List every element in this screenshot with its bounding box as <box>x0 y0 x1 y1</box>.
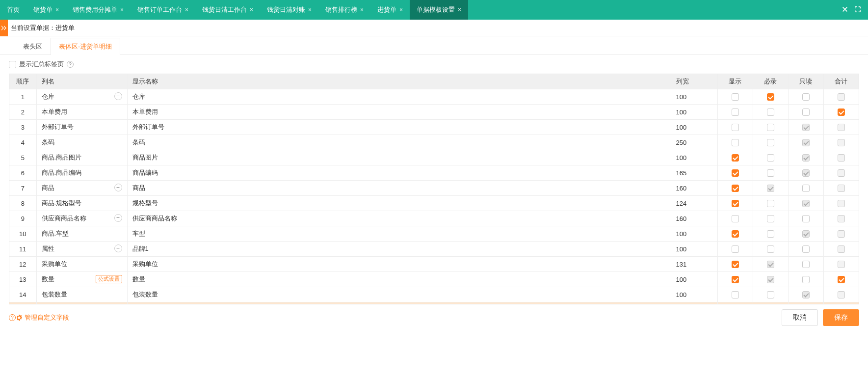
cell-display-name[interactable]: 条码 <box>127 135 671 150</box>
table-row[interactable]: 2本单费用本单费用100 <box>9 105 859 120</box>
show-checkbox[interactable] <box>732 291 739 298</box>
help-icon[interactable]: ? <box>67 61 74 68</box>
cell-display-name[interactable]: 包装数量 <box>127 287 671 302</box>
cell-display-name[interactable]: 品牌1 <box>127 242 671 257</box>
close-icon[interactable]: × <box>399 6 403 13</box>
cell-width[interactable]: 100 <box>671 105 717 120</box>
req-checkbox[interactable] <box>767 230 774 238</box>
table-row[interactable]: 1仓库+仓库100 <box>9 89 859 105</box>
table-row[interactable]: 6商品.商品编码商品编码165 <box>9 165 859 181</box>
ro-checkbox[interactable] <box>802 185 810 192</box>
close-icon[interactable]: × <box>250 6 253 13</box>
cell-display-name[interactable]: 商品图片 <box>127 150 671 165</box>
cell-display-name[interactable]: 仓库 <box>127 89 671 105</box>
ro-checkbox[interactable] <box>802 245 810 253</box>
top-tab[interactable]: 销售排行榜× <box>318 0 370 20</box>
close-icon[interactable]: × <box>308 6 312 13</box>
cell-width[interactable]: 160 <box>671 211 717 226</box>
req-checkbox[interactable] <box>767 93 774 101</box>
req-checkbox[interactable] <box>767 215 774 222</box>
close-icon[interactable]: × <box>458 6 461 13</box>
close-all-icon[interactable] <box>842 6 848 14</box>
sum-checkbox[interactable] <box>838 276 845 283</box>
table-row[interactable]: 5商品.商品图片商品图片100 <box>9 150 859 165</box>
cell-width[interactable]: 100 <box>671 302 717 305</box>
add-icon[interactable]: + <box>114 214 122 222</box>
table-row[interactable]: 11属性+品牌1100 <box>9 242 859 257</box>
cell-width[interactable]: 131 <box>671 257 717 272</box>
req-checkbox[interactable] <box>767 200 774 207</box>
sub-tab[interactable]: 表头区 <box>15 38 51 55</box>
table-row[interactable]: 4条码条码250 <box>9 135 859 150</box>
ro-checkbox[interactable] <box>802 108 810 116</box>
ro-checkbox[interactable] <box>802 276 810 283</box>
table-row[interactable]: 3外部订单号外部订单号100 <box>9 120 859 135</box>
cell-display-name[interactable]: 本单费用 <box>127 105 671 120</box>
cell-width[interactable]: 160 <box>671 181 717 196</box>
table-row[interactable]: 9供应商商品名称+供应商商品名称160 <box>9 211 859 226</box>
add-icon[interactable]: + <box>114 92 122 100</box>
top-tab[interactable]: 销售订单工作台× <box>131 0 195 20</box>
save-button[interactable]: 保存 <box>823 309 859 326</box>
close-icon[interactable]: × <box>55 6 59 13</box>
show-checkbox[interactable] <box>732 200 739 207</box>
table-row[interactable]: 13数量公式设置数量100 <box>9 272 859 287</box>
help-icon[interactable]: ? <box>9 314 16 321</box>
cell-width[interactable]: 100 <box>671 242 717 257</box>
top-tab[interactable]: 单据模板设置× <box>410 0 468 20</box>
cell-display-name[interactable]: 数量 <box>127 272 671 287</box>
ro-checkbox[interactable] <box>802 215 810 222</box>
show-checkbox[interactable] <box>732 245 739 253</box>
show-checkbox[interactable] <box>732 185 739 192</box>
cell-display-name[interactable]: 采购单位 <box>127 257 671 272</box>
cell-width[interactable]: 165 <box>671 165 717 181</box>
close-icon[interactable]: × <box>360 6 364 13</box>
req-checkbox[interactable] <box>767 124 774 131</box>
collapse-icon[interactable] <box>0 20 8 36</box>
top-tab[interactable]: 销售费用分摊单× <box>66 0 131 20</box>
req-checkbox[interactable] <box>767 108 774 116</box>
table-row[interactable]: 8商品.规格型号规格型号124 <box>9 196 859 211</box>
show-checkbox[interactable] <box>732 230 739 238</box>
close-icon[interactable]: × <box>120 6 124 13</box>
top-tab[interactable]: 首页 <box>0 0 26 20</box>
summary-tab-checkbox[interactable] <box>9 61 16 68</box>
ro-checkbox[interactable] <box>802 261 810 268</box>
cancel-button[interactable]: 取消 <box>782 309 818 326</box>
cell-width[interactable]: 100 <box>671 89 717 105</box>
cell-width[interactable]: 100 <box>671 150 717 165</box>
show-checkbox[interactable] <box>732 93 739 101</box>
cell-width[interactable]: 100 <box>671 120 717 135</box>
ro-checkbox[interactable] <box>802 93 810 101</box>
show-checkbox[interactable] <box>732 261 739 268</box>
req-checkbox[interactable] <box>767 139 774 146</box>
cell-width[interactable]: 124 <box>671 196 717 211</box>
req-checkbox[interactable] <box>767 291 774 298</box>
table-row[interactable]: 10商品.车型车型100 <box>9 226 859 242</box>
cell-width[interactable]: 250 <box>671 135 717 150</box>
show-checkbox[interactable] <box>732 276 739 283</box>
sum-checkbox[interactable] <box>838 108 845 116</box>
fullscreen-icon[interactable] <box>854 6 861 14</box>
cell-display-name[interactable]: 规格型号 <box>127 196 671 211</box>
cell-display-name[interactable]: 单位2 <box>127 302 671 305</box>
top-tab[interactable]: 进货单× <box>370 0 410 20</box>
close-icon[interactable]: × <box>185 6 188 13</box>
add-icon[interactable]: + <box>114 184 122 191</box>
add-icon[interactable]: + <box>114 244 122 252</box>
cell-display-name[interactable]: 商品 <box>127 181 671 196</box>
cell-width[interactable]: 100 <box>671 287 717 302</box>
req-checkbox[interactable] <box>767 245 774 253</box>
req-checkbox[interactable] <box>767 169 774 177</box>
show-checkbox[interactable] <box>732 154 739 162</box>
cell-display-name[interactable]: 供应商商品名称 <box>127 211 671 226</box>
top-tab[interactable]: 钱货日清工作台× <box>195 0 260 20</box>
req-checkbox[interactable] <box>767 154 774 162</box>
cell-display-name[interactable]: 外部订单号 <box>127 120 671 135</box>
manage-custom-fields-link[interactable]: 管理自定义字段 <box>16 313 69 322</box>
cell-width[interactable]: 100 <box>671 226 717 242</box>
table-row[interactable]: 15单位2单位2100 <box>9 302 859 305</box>
cell-width[interactable]: 100 <box>671 272 717 287</box>
formula-tag[interactable]: 公式设置 <box>96 275 122 283</box>
cell-display-name[interactable]: 车型 <box>127 226 671 242</box>
